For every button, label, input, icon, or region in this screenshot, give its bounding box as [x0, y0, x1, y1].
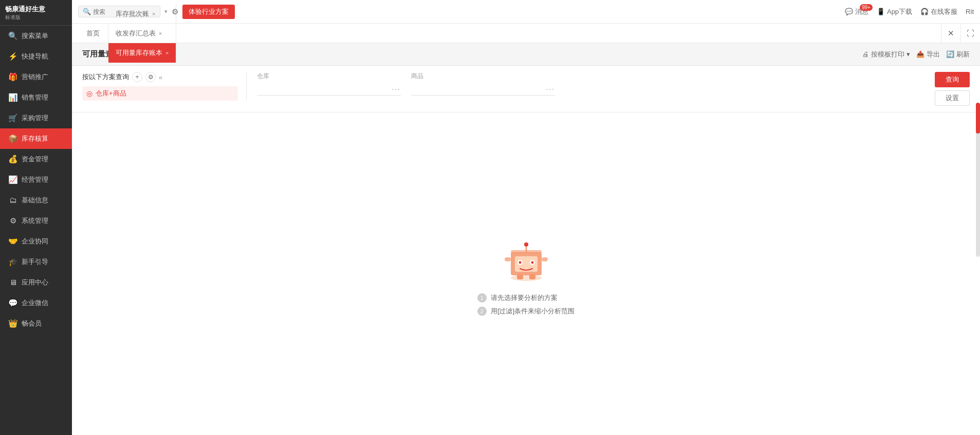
export-icon: 📤: [916, 50, 924, 58]
sidebar-item-库存核算[interactable]: 📦 库存核算: [0, 128, 72, 149]
app-download-button[interactable]: 📱 App下载: [877, 7, 912, 16]
settings-scheme-button[interactable]: ⚙: [145, 72, 156, 82]
sidebar-item-营销推广[interactable]: 🎁 营销推广: [0, 67, 72, 87]
filter-area: 按以下方案查询 + ⚙ « ◎ 仓库+商品 仓库 ··· 商品: [72, 66, 980, 112]
sidebar-icon: 🎓: [8, 257, 17, 267]
print-icon: 🖨: [862, 50, 869, 58]
sidebar-item-新手引导[interactable]: 🎓 新手引导: [0, 252, 72, 272]
sidebar-scroll: 🔍 搜索菜单⚡ 快捷导航🎁 营销推广📊 销售管理🛒 采购管理📦 库存核算💰 资金…: [0, 26, 72, 435]
sidebar-icon: 🎁: [8, 72, 17, 82]
tip-num-2: 2: [477, 307, 487, 316]
expand-tab-button[interactable]: ⛶: [960, 24, 980, 43]
svg-rect-11: [517, 274, 523, 279]
tab-label: 库存批次账: [116, 9, 149, 18]
sidebar-item-企业协同[interactable]: 🤝 企业协同: [0, 231, 72, 252]
tab-label: 可用量库存账本: [116, 48, 162, 58]
sidebar-item-应用中心[interactable]: 🖥 应用中心: [0, 272, 72, 293]
warehouse-more-icon[interactable]: ···: [392, 85, 401, 93]
product-more-icon[interactable]: ···: [546, 85, 555, 93]
sidebar-item-搜索菜单[interactable]: 🔍 搜索菜单: [0, 26, 72, 46]
tab-库存批次账[interactable]: 库存批次账×: [108, 4, 176, 24]
service-button[interactable]: 🎧 在线客服: [920, 7, 957, 16]
experience-button[interactable]: 体验行业方案: [182, 5, 235, 19]
scheme-header: 按以下方案查询 + ⚙ «: [82, 72, 238, 82]
message-icon: 💬: [845, 8, 853, 15]
sidebar-label: 快捷导航: [22, 52, 48, 61]
empty-tips: 1 请先选择要分析的方案 2 用[过滤]条件来缩小分析范围: [477, 293, 575, 316]
print-label: 按模板打印: [871, 50, 904, 59]
svg-point-8: [524, 242, 528, 247]
product-input[interactable]: [411, 85, 544, 93]
sidebar-label: 基础信息: [22, 196, 48, 205]
tab-close-icon[interactable]: ×: [159, 30, 162, 36]
warehouse-input[interactable]: [257, 85, 390, 93]
scrollbar-thumb: [976, 103, 980, 134]
add-scheme-button[interactable]: +: [132, 72, 142, 82]
sidebar-icon: 📊: [8, 93, 17, 102]
sidebar-icon: 🗂: [8, 196, 17, 204]
sidebar-label: 系统管理: [22, 216, 48, 225]
query-button[interactable]: 查询: [935, 72, 970, 87]
sidebar-label: 库存核算: [22, 134, 48, 143]
sidebar-label: 经营管理: [22, 175, 48, 184]
search-icon: 🔍: [83, 8, 91, 15]
sidebar-icon: 🤝: [8, 237, 17, 246]
tab-收发存汇总表[interactable]: 收发存汇总表×: [108, 24, 176, 43]
sidebar-item-快捷导航[interactable]: ⚡ 快捷导航: [0, 46, 72, 67]
tab-home[interactable]: 首页: [78, 24, 108, 43]
print-button[interactable]: 🖨 按模板打印 ▾: [862, 50, 910, 59]
tab-close-icon[interactable]: ×: [165, 50, 169, 56]
brand-name: 畅康通好生意: [5, 5, 67, 14]
settings-button[interactable]: 设置: [935, 90, 970, 106]
sidebar-item-企业微信[interactable]: 💬 企业微信: [0, 293, 72, 313]
sidebar-item-系统管理[interactable]: ⚙ 系统管理: [0, 211, 72, 231]
chevron-down-icon[interactable]: ▾: [907, 50, 910, 58]
app-label: App下载: [887, 7, 912, 16]
scheme-label: 按以下方案查询: [82, 72, 129, 82]
empty-state: 1 请先选择要分析的方案 2 用[过滤]条件来缩小分析范围: [72, 112, 980, 435]
sidebar-item-基础信息[interactable]: 🗂 基础信息: [0, 190, 72, 211]
tab-close-icon[interactable]: ×: [152, 11, 155, 17]
sidebar-icon: 🛒: [8, 114, 17, 123]
sidebar-icon: 📈: [8, 175, 17, 184]
right-scrollbar[interactable]: [976, 103, 980, 257]
product-input-wrapper: ···: [411, 83, 555, 96]
tabs-actions: ✕ ⛶: [941, 24, 980, 43]
sidebar-icon: 💬: [8, 298, 17, 308]
sidebar-icon: 💰: [8, 155, 17, 164]
close-tab-button[interactable]: ✕: [941, 24, 960, 43]
user-menu[interactable]: Rit: [966, 8, 974, 15]
message-button[interactable]: 💬 消息 99+: [845, 7, 868, 16]
warehouse-label: 仓库: [257, 72, 401, 81]
topbar: 🔍 ▾ ⚙ 体验行业方案 💬 消息 99+ 📱 App下载 🎧 在线客服 Rit: [72, 0, 980, 24]
sidebar-label: 销售管理: [22, 93, 48, 102]
export-label: 导出: [927, 50, 940, 59]
sidebar-label: 采购管理: [22, 114, 48, 123]
scheme-icon: ◎: [86, 89, 93, 98]
product-label: 商品: [411, 72, 555, 81]
page-header: 可用量查询(按仓库+商品) 🖨 按模板打印 ▾ 📤 导出 🔄 刷新: [72, 43, 980, 66]
sidebar-icon: 🖥: [8, 278, 17, 287]
refresh-label: 刷新: [956, 50, 970, 59]
sidebar-item-采购管理[interactable]: 🛒 采购管理: [0, 108, 72, 128]
warehouse-input-wrapper: ···: [257, 83, 401, 96]
tip-text-1: 请先选择要分析的方案: [491, 293, 558, 302]
message-badge: 99+: [860, 4, 873, 11]
sidebar-icon: 📦: [8, 134, 17, 143]
empty-illustration: [501, 232, 552, 283]
sidebar-item-资金管理[interactable]: 💰 资金管理: [0, 149, 72, 169]
refresh-button[interactable]: 🔄 刷新: [946, 50, 970, 59]
filter-fields: 仓库 ··· 商品 ···: [247, 72, 927, 96]
page-header-actions: 🖨 按模板打印 ▾ 📤 导出 🔄 刷新: [862, 50, 970, 59]
collapse-scheme-button[interactable]: «: [159, 73, 162, 81]
sidebar-item-畅会员[interactable]: 👑 畅会员: [0, 313, 72, 334]
export-button[interactable]: 📤 导出: [916, 50, 940, 59]
sidebar-item-经营管理[interactable]: 📈 经营管理: [0, 169, 72, 190]
sidebar-item-销售管理[interactable]: 📊 销售管理: [0, 87, 72, 108]
sidebar-label: 企业协同: [22, 237, 48, 246]
sidebar-label: 应用中心: [22, 278, 48, 287]
scheme-item-仓库+商品[interactable]: ◎ 仓库+商品: [82, 86, 238, 101]
tab-可用量库存账本[interactable]: 可用量库存账本×: [108, 43, 176, 63]
sidebar-icon: 👑: [8, 319, 17, 328]
sidebar-label: 新手引导: [22, 257, 48, 267]
